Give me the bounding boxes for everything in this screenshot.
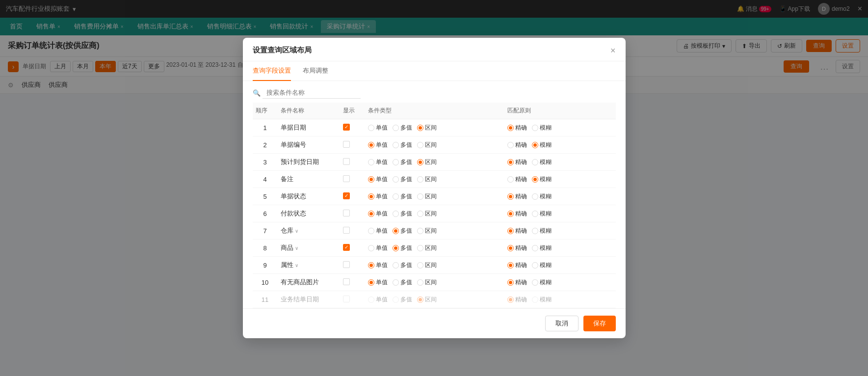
dialog-title: 设置查询区域布局 — [253, 46, 312, 55]
dialog-close-button[interactable]: × — [610, 46, 616, 55]
dialog-search-area: 🔍 — [243, 81, 626, 94]
dialog-header: 设置查询区域布局 × — [243, 38, 626, 61]
dialog-tabs: 查询字段设置 布局调整 — [243, 61, 626, 81]
dialog: 设置查询区域布局 × 查询字段设置 布局调整 🔍 顺序 条件名称 显示 条件类型 — [243, 38, 626, 94]
search-conditions-input[interactable] — [263, 87, 361, 94]
modal-overlay: 设置查询区域布局 × 查询字段设置 布局调整 🔍 顺序 条件名称 显示 条件类型 — [0, 0, 868, 94]
dialog-tab-fields[interactable]: 查询字段设置 — [253, 61, 291, 81]
search-icon: 🔍 — [253, 89, 261, 94]
dialog-tab-layout[interactable]: 布局调整 — [303, 61, 328, 81]
